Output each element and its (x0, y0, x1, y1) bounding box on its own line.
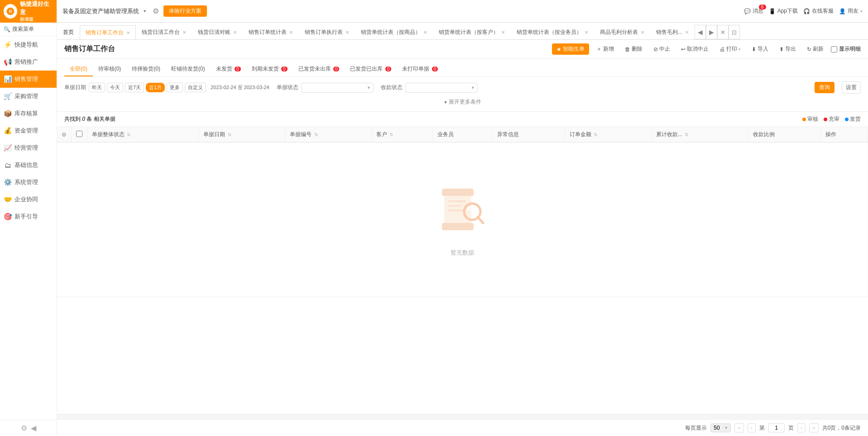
tab-sales-summary-product[interactable]: 销货单统计表（按商品） ✕ (355, 25, 433, 39)
sort-icon[interactable]: ⇅ (314, 132, 318, 137)
tab-close-all[interactable]: ✕ (717, 25, 729, 39)
show-detail-checkbox[interactable] (831, 46, 837, 52)
tab-gross-profit[interactable]: 商品毛利分析表 ✕ (594, 25, 650, 39)
gear-icon[interactable]: ⚙ (62, 132, 67, 138)
tab-close-icon[interactable]: ✕ (641, 30, 644, 35)
tab-close-icon[interactable]: ✕ (233, 30, 237, 35)
new-button[interactable]: ＋ 新增 (593, 43, 618, 55)
tab-sales-exec[interactable]: 销售订单执行表 ✕ (299, 25, 355, 39)
tab-close-icon[interactable]: ✕ (345, 30, 349, 35)
date-btn-1month[interactable]: 近1月 (146, 83, 165, 92)
horizontal-scrollbar[interactable] (57, 414, 868, 419)
sidebar-item-quick-nav[interactable]: ⚡ 快捷导航 (0, 36, 57, 53)
delete-button[interactable]: 🗑 删除 (621, 43, 646, 55)
message-action[interactable]: 💬 消息 6 (744, 7, 763, 15)
sort-icon[interactable]: ⇅ (228, 132, 231, 137)
collapse-icon[interactable]: ◀ (31, 424, 36, 432)
dot-icon (802, 118, 806, 121)
import-button[interactable]: ⬇ 导入 (748, 43, 772, 55)
sort-icon[interactable]: ⇅ (127, 132, 130, 137)
tab-close-icon[interactable]: ✕ (289, 30, 293, 35)
date-btn-custom[interactable]: 自定义 (185, 83, 206, 92)
dropdown-arrow[interactable]: ▾ (144, 8, 146, 14)
col-checkbox (72, 127, 87, 142)
next-page-button[interactable]: › (797, 423, 806, 432)
online-service-action[interactable]: 🎧 在线客服 (803, 7, 834, 15)
smart-create-button[interactable]: ★ 智能生单 (552, 43, 589, 55)
date-btn-today[interactable]: 今天 (107, 83, 123, 92)
page-input[interactable] (768, 423, 785, 432)
tab-home[interactable]: 首页 (57, 25, 80, 39)
tab-nav-prev[interactable]: ◀ (695, 25, 706, 39)
status-select[interactable] (301, 83, 374, 93)
sidebar-item-purchase[interactable]: 🛒 采购管理 (0, 88, 57, 105)
filter-tab-shipped-not-out[interactable]: 已发货未出库 0 (293, 62, 345, 76)
filter-tab-not-printed[interactable]: 未打印单据 0 (397, 62, 443, 76)
tab-label: 钱货日清工作台 (142, 28, 180, 36)
export-button[interactable]: ⬆ 导出 (776, 43, 800, 55)
sidebar-item-guide[interactable]: 🎯 新手引导 (0, 208, 57, 225)
tab-sales-more[interactable]: 销售毛利... ✕ (650, 25, 695, 39)
user-action[interactable]: 👤 用友 ▾ (839, 7, 863, 15)
tab-sales-summary-customer[interactable]: 销货单统计表（按客户） ✕ (433, 25, 511, 39)
print-button[interactable]: 🖨 打印 ▾ (716, 43, 744, 55)
last-page-button[interactable]: » (809, 423, 819, 432)
tab-nav-next[interactable]: ▶ (706, 25, 717, 39)
sidebar-item-inventory[interactable]: 📦 库存核算 (0, 105, 57, 122)
settings-query-button[interactable]: 设置 (842, 81, 861, 94)
per-page-select[interactable]: 10 20 50 100 (710, 423, 731, 432)
tab-close-icon[interactable]: ✕ (501, 30, 505, 35)
sidebar-item-marketing[interactable]: 📢 营销推广 (0, 53, 57, 71)
date-btn-7days[interactable]: 近7天 (125, 83, 144, 92)
app-download-action[interactable]: 📱 App下载 (769, 7, 798, 15)
settings-btn[interactable]: ⚙ (153, 7, 159, 15)
tab-sales-stat[interactable]: 销售订单统计表 ✕ (243, 25, 299, 39)
date-btn-yesterday[interactable]: 昨天 (89, 83, 105, 92)
tab-cash-reconcile[interactable]: 钱货日清对账 ✕ (192, 25, 243, 39)
tab-close-icon[interactable]: ✕ (585, 30, 588, 35)
pause-button[interactable]: ⊘ 中止 (650, 43, 674, 55)
col-collected-label: 累计收款... (656, 131, 682, 137)
tab-close-icon[interactable]: ✕ (685, 30, 689, 35)
sidebar-item-cooperation[interactable]: 🤝 企业协同 (0, 191, 57, 208)
payment-select[interactable] (405, 83, 478, 93)
results-count: 共找到 0 条 相关单据 (64, 115, 115, 123)
settings-icon[interactable]: ⚙ (21, 424, 27, 432)
filter-tab-wangpu[interactable]: 旺铺待发货(0) (166, 62, 211, 76)
refresh-button[interactable]: ↻ 刷新 (803, 43, 827, 55)
tab-sales-order[interactable]: 销售订单工作台 ✕ (80, 25, 136, 40)
tab-maximize[interactable]: ⊡ (729, 25, 740, 39)
tab-close-icon[interactable]: ✕ (182, 30, 186, 35)
industry-solution-button[interactable]: 体验行业方案 (163, 5, 207, 17)
filter-tab-pending-review[interactable]: 待审核(0) (93, 62, 127, 76)
expand-conditions[interactable]: ▾ 展开更多条件 (64, 97, 861, 107)
filter-tab-not-shipped[interactable]: 未发货 0 (211, 62, 246, 76)
tab-close-icon[interactable]: ✕ (423, 30, 427, 35)
sort-icon[interactable]: ⇅ (594, 132, 597, 137)
tab-cash-daily[interactable]: 钱货日清工作台 ✕ (136, 25, 192, 39)
sort-icon[interactable]: ⇅ (389, 132, 393, 137)
sidebar-item-business[interactable]: 📈 经营管理 (0, 139, 57, 156)
review-action[interactable]: 审核 (802, 115, 818, 123)
sidebar-item-system[interactable]: ⚙️ 系统管理 (0, 174, 57, 191)
first-page-button[interactable]: « (734, 423, 744, 432)
filter-tab-all[interactable]: 全部(0) (64, 62, 93, 76)
date-btn-more[interactable]: 更多 (167, 83, 183, 92)
sidebar-item-base[interactable]: 🗂 基础信息 (0, 156, 57, 174)
filter-tab-pending-inspect[interactable]: 待择验货(0) (126, 62, 166, 76)
filter-tab-expired[interactable]: 到期未发货 0 (246, 62, 293, 76)
cancel-review-action[interactable]: 充审 (824, 115, 839, 123)
tab-sales-summary-staff[interactable]: 销货单统计表（按业务员） ✕ (511, 25, 594, 39)
sort-icon[interactable]: ⇅ (685, 132, 688, 137)
tab-close-icon[interactable]: ✕ (126, 30, 130, 35)
sidebar-item-finance[interactable]: 💰 资金管理 (0, 122, 57, 139)
query-button[interactable]: 查询 (815, 82, 834, 93)
prev-page-button[interactable]: ‹ (748, 423, 756, 432)
cancel-pause-button[interactable]: ↩ 取消中止 (677, 43, 712, 55)
review-label: 审核 (807, 115, 818, 123)
sidebar-item-search[interactable]: 🔍 搜索菜单 (0, 23, 57, 36)
ship-action[interactable]: 发货 (845, 115, 861, 123)
sidebar-item-sales[interactable]: 📊 销售管理 (0, 71, 57, 88)
select-all-checkbox[interactable] (76, 131, 82, 137)
filter-tab-shipped-out[interactable]: 已发货已出库 0 (345, 62, 397, 76)
